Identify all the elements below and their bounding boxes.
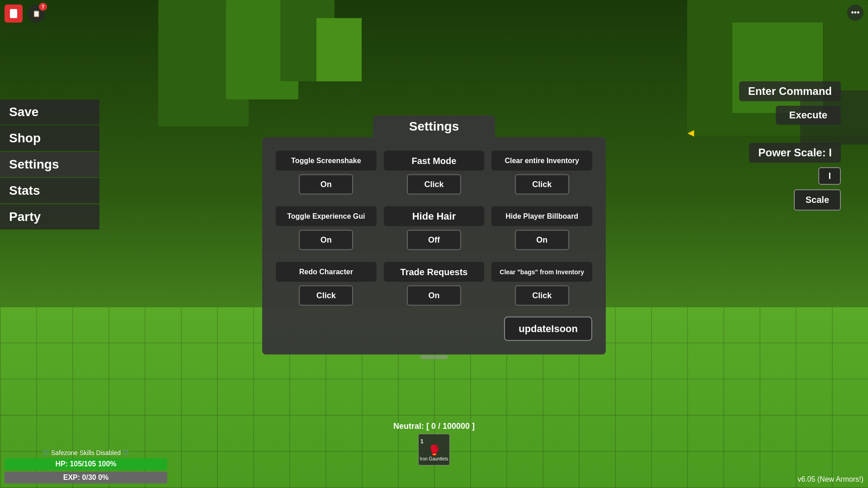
item-icon: 🥊 bbox=[428, 445, 440, 456]
settings-title: Settings bbox=[409, 119, 459, 133]
setting-cell-trade-requests: Trade Requests On bbox=[384, 262, 485, 306]
btn-hide-hair[interactable]: Off bbox=[407, 230, 461, 250]
setting-cell-redo-char: Redo Character Click bbox=[276, 262, 377, 306]
notification-badge[interactable]: 📋 7 bbox=[27, 5, 45, 23]
exp-bar-container: EXP: 0/30 0% bbox=[5, 472, 167, 483]
btn-toggle-exp[interactable]: On bbox=[299, 230, 353, 250]
menu-item-party[interactable]: Party bbox=[0, 204, 99, 230]
menu-item-stats[interactable]: Stats bbox=[0, 178, 99, 203]
menu-dots-button[interactable]: ••• bbox=[847, 5, 863, 21]
settings-panel: Toggle Screenshake On Fast Mode Click Cl… bbox=[262, 137, 606, 355]
label-trade-requests: Trade Requests bbox=[384, 262, 485, 282]
label-redo-char: Redo Character bbox=[276, 262, 377, 282]
setting-cell-clear-inventory: Clear entire Inventory Click bbox=[491, 151, 592, 195]
notification-count: 7 bbox=[39, 3, 47, 11]
roblox-icon bbox=[5, 5, 23, 23]
setting-cell-toggle-exp: Toggle Experience Gui On bbox=[276, 206, 377, 250]
label-toggle-screenshake: Toggle Screenshake bbox=[276, 151, 377, 171]
label-fast-mode: Fast Mode bbox=[384, 151, 485, 171]
bg-block-4 bbox=[316, 18, 362, 81]
update-soon-button[interactable]: updateIsoon bbox=[504, 317, 592, 341]
scale-button[interactable]: Scale bbox=[794, 189, 841, 211]
update-btn-row: updateIsoon bbox=[276, 312, 592, 341]
notification-icon: 📋 bbox=[33, 10, 40, 17]
shield-icon-right: 🛡 bbox=[123, 449, 129, 456]
label-toggle-exp: Toggle Experience Gui bbox=[276, 206, 377, 226]
command-label: Enter Command bbox=[739, 81, 841, 101]
btn-fast-mode[interactable]: Click bbox=[407, 174, 461, 195]
safezone-label: 🛡 Safezone Skills Disabled 🛡 bbox=[5, 449, 167, 456]
svg-rect-0 bbox=[10, 9, 17, 18]
menu-item-save[interactable]: Save bbox=[0, 99, 99, 125]
setting-cell-toggle-screenshake: Toggle Screenshake On bbox=[276, 151, 377, 195]
label-hide-billboard: Hide Player Billboard bbox=[491, 206, 592, 226]
settings-container: Settings Toggle Screenshake On Fast Mode… bbox=[262, 116, 606, 355]
cursor-indicator: ◄ bbox=[685, 127, 696, 139]
setting-cell-hide-hair: Hide Hair Off bbox=[384, 206, 485, 250]
btn-trade-requests[interactable]: On bbox=[407, 286, 461, 306]
label-clear-bags: Clear "bags" from Inventory bbox=[491, 262, 592, 282]
settings-row-3: Redo Character Click Trade Requests On C… bbox=[276, 262, 592, 306]
item-count: 1 bbox=[420, 438, 424, 445]
power-scale-label: Power Scale: I bbox=[749, 143, 841, 163]
setting-cell-hide-billboard: Hide Player Billboard On bbox=[491, 206, 592, 250]
label-clear-inventory: Clear entire Inventory bbox=[491, 151, 592, 171]
scroll-indicator bbox=[420, 356, 448, 359]
neutral-text: Neutral: [ 0 / 100000 ] bbox=[393, 422, 475, 431]
hp-bar-container: HP: 105/105 100% bbox=[5, 458, 167, 470]
btn-clear-bags[interactable]: Click bbox=[515, 286, 569, 306]
item-name: Iron Gauntlets bbox=[420, 456, 448, 461]
power-scale-value: I bbox=[818, 167, 841, 185]
setting-cell-clear-bags: Clear "bags" from Inventory Click bbox=[491, 262, 592, 306]
execute-button[interactable]: Execute bbox=[776, 106, 841, 125]
shield-icon: 🛡 bbox=[43, 449, 49, 456]
menu-item-settings[interactable]: Settings bbox=[0, 152, 99, 177]
setting-cell-fast-mode: Fast Mode Click bbox=[384, 151, 485, 195]
btn-hide-billboard[interactable]: On bbox=[515, 230, 569, 250]
version-text: v6.05 (New Armors!) bbox=[797, 475, 863, 483]
inventory-item[interactable]: 1 🥊 Iron Gauntlets bbox=[418, 434, 450, 465]
hp-bar: HP: 105/105 100% bbox=[5, 458, 167, 470]
settings-title-bar: Settings bbox=[262, 116, 606, 137]
menu-item-shop[interactable]: Shop bbox=[0, 126, 99, 151]
exp-bar: EXP: 0/30 0% bbox=[5, 472, 167, 483]
label-hide-hair: Hide Hair bbox=[384, 206, 485, 226]
bottom-ui: 🛡 Safezone Skills Disabled 🛡 HP: 105/105… bbox=[5, 449, 167, 483]
settings-row-2: Toggle Experience Gui On Hide Hair Off H… bbox=[276, 206, 592, 250]
settings-row-1: Toggle Screenshake On Fast Mode Click Cl… bbox=[276, 151, 592, 195]
btn-toggle-screenshake[interactable]: On bbox=[299, 174, 353, 195]
left-menu: Save Shop Settings Stats Party bbox=[0, 99, 99, 230]
btn-clear-inventory[interactable]: Click bbox=[515, 174, 569, 195]
right-panel: Enter Command Execute Power Scale: I I S… bbox=[739, 81, 841, 211]
bottom-center: Neutral: [ 0 / 100000 ] 1 🥊 Iron Gauntle… bbox=[393, 422, 475, 465]
top-left-icons: 📋 7 bbox=[5, 5, 45, 23]
btn-redo-char[interactable]: Click bbox=[299, 286, 353, 306]
